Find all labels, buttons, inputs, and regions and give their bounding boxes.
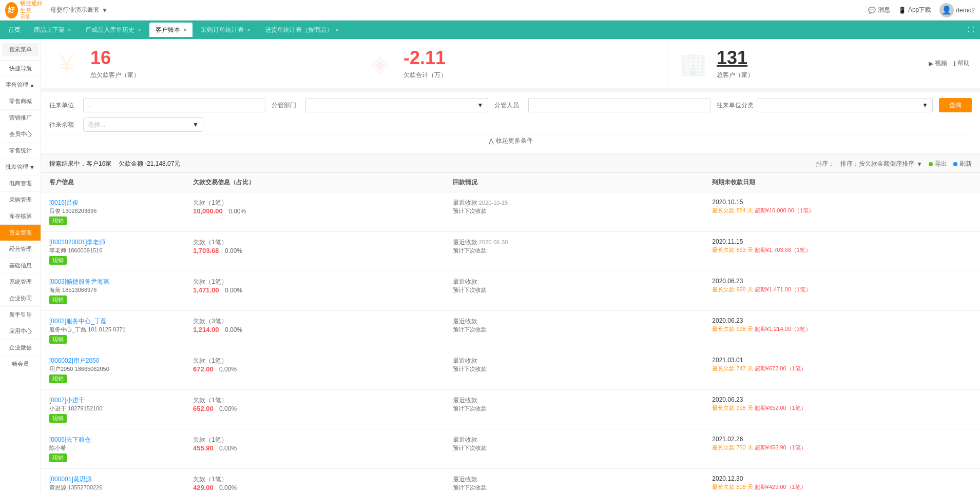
sidebar-item-marketing[interactable]: 营销推广	[0, 110, 41, 126]
debt-info-0: 欠款（1笔） 10,000.00 0.00%	[193, 199, 453, 225]
sidebar-item-enterprise-wechat[interactable]: 企业微信	[0, 340, 41, 356]
overdue-link-6[interactable]: 超期¥455.90（1笔）	[755, 444, 806, 450]
remain-select[interactable]: 选择... ▼	[83, 117, 203, 132]
main-layout: 搜索菜单 快捷导航 零售管理 ▲ 零售商城 营销推广 会员中心 零售统计 批发管…	[0, 39, 980, 493]
debt-info-2: 欠款（1笔） 1,471.00 0.00%	[193, 278, 453, 304]
tab-close-3[interactable]: ×	[183, 27, 186, 33]
debt-count-5: 欠款（1笔）	[193, 396, 453, 405]
sidebar: 搜索菜单 快捷导航 零售管理 ▲ 零售商城 营销推广 会员中心 零售统计 批发管…	[0, 39, 41, 493]
overdue-link-5[interactable]: 超期¥652.00（1笔）	[755, 405, 806, 411]
customer-name-0[interactable]: [0016]吕俊	[49, 199, 193, 207]
sidebar-item-enterprise-collab[interactable]: 企业协同	[0, 290, 41, 307]
tab-close-4[interactable]: ×	[247, 27, 250, 33]
overdue-4: 2021.03.01 最长欠款 747 天 超期¥672.00（1笔）	[712, 357, 972, 383]
sidebar-item-chang-member[interactable]: 畅会员	[0, 356, 41, 372]
tab-1[interactable]: 商品上下架 ×	[28, 23, 77, 37]
overdue-link-3[interactable]: 超期¥1,214.00（3笔）	[755, 326, 811, 332]
sidebar-item-wholesale-mgmt[interactable]: 批发管理 ▼	[0, 159, 41, 175]
customer-phone-0: 吕俊 13026203696	[49, 207, 193, 215]
source-unit-input[interactable]: ...	[83, 98, 265, 112]
sidebar-item-quick-nav[interactable]: 快捷导航	[0, 61, 41, 77]
customer-tag-5: 现销	[49, 414, 67, 423]
col-header-customer: 客户信息	[49, 178, 193, 187]
customer-phone-1: 李老师 18600391516	[49, 247, 193, 254]
filter-source-unit: 往来单位 ...	[49, 98, 265, 112]
customer-name-3[interactable]: [0002]服务中心_丁磊	[49, 317, 193, 326]
customer-name-7[interactable]: [000001]黄思源	[49, 475, 193, 484]
debt-info-6: 欠款（1笔） 455.90 0.00%	[193, 436, 453, 462]
sidebar-item-retail-mgmt[interactable]: 零售管理 ▲	[0, 77, 41, 93]
refresh-btn[interactable]: 刷新	[953, 160, 972, 168]
app-download-btn[interactable]: 📱 App下载	[898, 6, 931, 14]
tab-home[interactable]: 首页	[2, 26, 27, 34]
overdue-link-2[interactable]: 超期¥1,471.00（1笔）	[755, 286, 811, 292]
overdue-2: 2020.06.23 最长欠款 998 天 超期¥1,471.00（1笔）	[712, 278, 972, 304]
video-btn[interactable]: ▶ 视频	[929, 59, 947, 68]
customer-name-1[interactable]: [0001020001]李老师	[49, 238, 193, 247]
debt-amount-0: 10,000.00	[193, 207, 223, 215]
overdue-link-1[interactable]: 超期¥1,703.68（1笔）	[755, 247, 811, 253]
message-btn[interactable]: 💬 消息	[868, 6, 890, 14]
customer-name-5[interactable]: [0007]小进干	[49, 396, 193, 405]
tab-2[interactable]: 产成品入库单历史 ×	[79, 23, 147, 37]
collapse-btn[interactable]: ⋀ 收起更多条件	[49, 134, 972, 147]
sidebar-item-retail-stats[interactable]: 零售统计	[0, 143, 41, 159]
sidebar-item-ecom-mgmt[interactable]: 电商管理	[0, 175, 41, 192]
video-icon: ▶	[929, 60, 933, 67]
filter-row-2: 往来余额 选择... ▼	[49, 117, 972, 132]
sidebar-item-beginner-guide[interactable]: 新手引导	[0, 307, 41, 323]
tab-close-2[interactable]: ×	[138, 27, 141, 33]
tab-close-1[interactable]: ×	[68, 27, 71, 33]
next-collect-5: 预计下次收款	[453, 405, 713, 412]
system-selector[interactable]: 母婴行业演示账套 ▼	[50, 6, 108, 14]
tab-4[interactable]: 采购订单统计表 ×	[195, 23, 256, 37]
user-menu[interactable]: 👤 demo2	[939, 3, 975, 17]
debt-count-1: 欠款（1笔）	[193, 238, 453, 247]
mobile-icon: 📱	[898, 7, 906, 14]
customer-name-2[interactable]: [0003]畅捷服务尹海蒸	[49, 278, 193, 286]
recent-collect-0: 最近收款 2020-10-15	[453, 199, 713, 207]
customer-phone-3: 服务中心_丁磊 181 0125 8371	[49, 326, 193, 333]
customer-name-6[interactable]: [0006]去下粮仓	[49, 436, 193, 444]
sidebar-item-member-center[interactable]: 会员中心	[0, 126, 41, 143]
sidebar-item-purchase-mgmt[interactable]: 采购管理	[0, 192, 41, 208]
debt-ratio-3: 0.00%	[225, 326, 242, 333]
sidebar-item-basic-info[interactable]: 基础信息	[0, 258, 41, 274]
next-collect-3: 预计下次收款	[453, 326, 713, 333]
sort-select[interactable]: 排序：按欠款金额倒序排序 ▼	[840, 160, 923, 168]
sidebar-item-finance-mgmt[interactable]: 资金管理	[0, 225, 41, 241]
search-menu-btn[interactable]: 搜索菜单	[2, 43, 39, 56]
overdue-link-4[interactable]: 超期¥672.00（1笔）	[755, 365, 806, 371]
next-collect-2: 预计下次收款	[453, 286, 713, 294]
dept-select[interactable]: ▼	[305, 98, 488, 112]
debt-count-0: 欠款（1笔）	[193, 199, 453, 207]
customer-name-4[interactable]: [000002]用户2050	[49, 357, 193, 365]
stat-info-3: 131 总客户（家）	[717, 47, 754, 80]
overdue-1: 2020.11.15 最长欠款 853 天 超期¥1,703.68（1笔）	[712, 238, 972, 265]
sidebar-item-app-center[interactable]: 应用中心	[0, 323, 41, 340]
query-btn[interactable]: 查询	[939, 98, 972, 112]
sidebar-item-retail-mall[interactable]: 零售商城	[0, 93, 41, 110]
manager-input[interactable]: ...	[528, 98, 710, 112]
customer-info-6: [0006]去下粮仓 陈小希 现销	[49, 436, 193, 462]
sidebar-item-system-mgmt[interactable]: 系统管理	[0, 274, 41, 290]
tab-minimize-icon[interactable]: —	[957, 26, 964, 33]
repayment-0: 最近收款 2020-10-15 预计下次收款	[453, 199, 713, 225]
overdue-link-7[interactable]: 超期¥429.00（1笔）	[755, 484, 806, 490]
export-btn[interactable]: 导出	[929, 160, 947, 168]
tab-expand-icon[interactable]: ⛶	[968, 26, 974, 33]
table-row: [0002]服务中心_丁磊 服务中心_丁磊 181 0125 8371 现销 欠…	[41, 311, 980, 350]
sidebar-item-operations[interactable]: 经营管理	[0, 241, 41, 258]
stat-icon-building: 🏢	[678, 48, 708, 79]
tab-5[interactable]: 进货单统计表（按商品） ×	[259, 23, 345, 37]
tab-3-active[interactable]: 客户账本 ×	[149, 23, 193, 37]
overdue-link-0[interactable]: 超期¥10,000.00（1笔）	[755, 207, 814, 213]
customer-tag-0: 现销	[49, 216, 67, 225]
recent-collect-6: 最近收款	[453, 436, 713, 444]
unit-cat-select[interactable]: ▼	[757, 98, 933, 112]
help-btn[interactable]: ℹ 帮助	[953, 59, 970, 68]
tab-close-5[interactable]: ×	[336, 27, 339, 33]
sidebar-item-inventory-accounting[interactable]: 库存核算	[0, 208, 41, 225]
filter-manager: 分管人员 ...	[494, 98, 710, 112]
avatar: 👤	[939, 3, 954, 17]
